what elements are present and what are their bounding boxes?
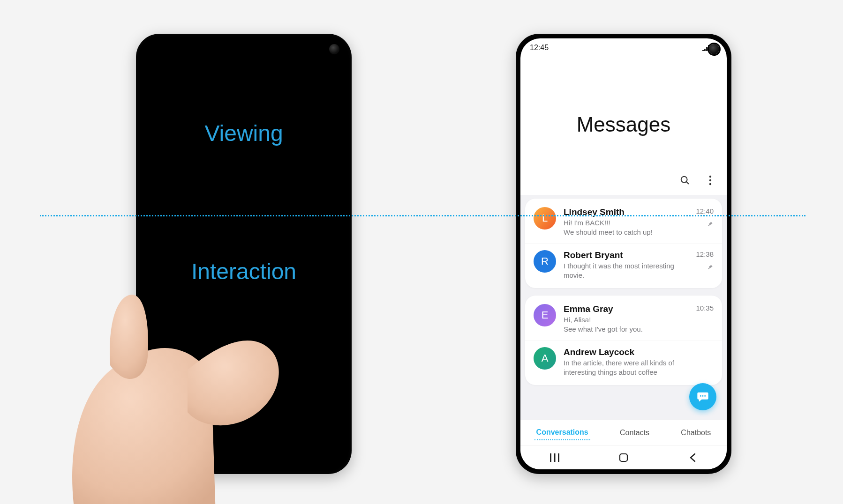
- more-icon[interactable]: [704, 174, 716, 186]
- avatar: R: [534, 250, 556, 273]
- left-phone-frame: Viewing Interaction: [136, 34, 352, 474]
- avatar: A: [534, 347, 556, 370]
- regular-group: E Emma Gray Hi, Alisa! See what I've got…: [525, 296, 722, 385]
- message-preview: I thought it was the most interesting mo…: [564, 261, 688, 280]
- tab-conversations[interactable]: Conversations: [534, 425, 590, 440]
- svg-point-9: [704, 395, 706, 397]
- svg-point-8: [702, 395, 703, 397]
- contact-name: Emma Gray: [564, 304, 688, 314]
- svg-point-5: [709, 179, 711, 181]
- interaction-zone-label: Interaction: [191, 259, 296, 284]
- message-preview: In the article, there were all kinds of …: [564, 358, 706, 377]
- zone-divider-line: [40, 215, 805, 216]
- svg-point-7: [700, 395, 701, 397]
- message-preview: Hi! I'm BACK!!! We should meet to catch …: [564, 218, 688, 237]
- list-item[interactable]: A Andrew Laycock In the article, there w…: [525, 340, 722, 383]
- page-title: Messages: [577, 113, 671, 136]
- message-time: 12:38: [696, 250, 714, 258]
- tab-contacts[interactable]: Contacts: [618, 426, 651, 440]
- message-time: 10:35: [696, 304, 714, 312]
- svg-rect-13: [620, 454, 627, 461]
- avatar: E: [534, 304, 556, 326]
- svg-rect-11: [554, 453, 556, 462]
- android-nav-bar: [520, 445, 727, 469]
- app-header: Messages: [520, 54, 727, 195]
- status-bar: 12:45: [520, 38, 727, 54]
- back-button[interactable]: [683, 453, 702, 462]
- right-phone-frame: 12:45 Messages L: [516, 34, 731, 474]
- message-preview: Hi, Alisa! See what I've got for you.: [564, 315, 688, 334]
- bottom-tabs: Conversations Contacts Chatbots: [520, 420, 727, 445]
- svg-rect-12: [558, 453, 559, 462]
- pinned-group: L Lindsey Smith Hi! I'm BACK!!! We shoul…: [525, 199, 722, 288]
- right-phone-screen: 12:45 Messages L: [520, 38, 727, 469]
- pin-icon: [707, 221, 714, 229]
- tab-chatbots[interactable]: Chatbots: [679, 426, 713, 440]
- avatar: L: [534, 207, 556, 230]
- status-time: 12:45: [530, 44, 549, 52]
- compose-button[interactable]: [689, 383, 716, 410]
- contact-name: Robert Bryant: [564, 250, 688, 260]
- svg-point-6: [709, 183, 711, 185]
- svg-rect-10: [550, 453, 551, 462]
- recents-button[interactable]: [545, 453, 564, 462]
- svg-point-4: [709, 176, 711, 178]
- pin-icon: [707, 264, 714, 272]
- message-time: 12:40: [696, 207, 714, 215]
- home-button[interactable]: [614, 453, 633, 462]
- front-camera-icon: [329, 44, 339, 54]
- left-phone-screen: Viewing Interaction: [141, 38, 347, 469]
- list-item[interactable]: R Robert Bryant I thought it was the mos…: [525, 243, 722, 286]
- front-camera-icon: [709, 44, 719, 54]
- viewing-zone-label: Viewing: [204, 120, 283, 146]
- compose-icon: [696, 390, 709, 403]
- search-icon[interactable]: [679, 174, 691, 186]
- svg-line-3: [686, 182, 689, 184]
- list-item[interactable]: E Emma Gray Hi, Alisa! See what I've got…: [525, 297, 722, 340]
- list-item[interactable]: L Lindsey Smith Hi! I'm BACK!!! We shoul…: [525, 200, 722, 243]
- conversation-list[interactable]: L Lindsey Smith Hi! I'm BACK!!! We shoul…: [520, 195, 727, 420]
- contact-name: Andrew Laycock: [564, 347, 706, 357]
